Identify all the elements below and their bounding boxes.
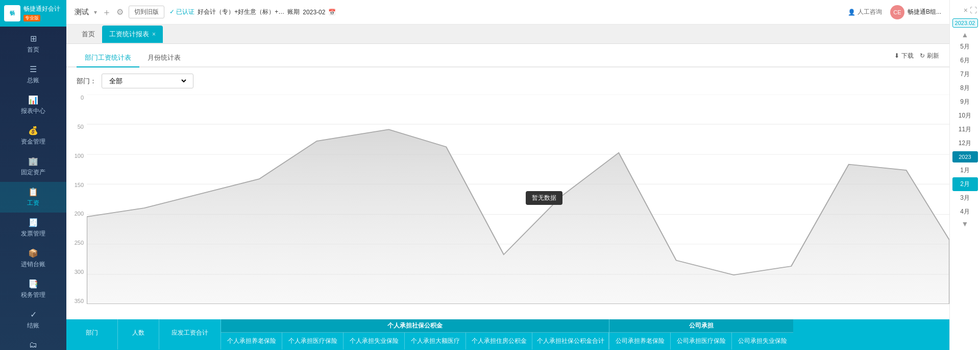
group-personal: 个人承担社保公积金 个人承担养老保险 个人承担医疗保险 个人承担失业保险 个人承…: [221, 319, 609, 349]
consult-button[interactable]: 👤 人工咨询: [848, 8, 882, 16]
calendar-icon[interactable]: 📅: [328, 9, 336, 16]
consult-icon: 👤: [848, 9, 855, 16]
sidebar-item-settle[interactable]: ✓ 结账: [0, 305, 66, 335]
sidebar-item-reports[interactable]: 📊 报表中心: [0, 90, 66, 121]
funds-icon: 💰: [28, 126, 38, 135]
reports-icon: 📊: [28, 95, 38, 105]
sidebar-label-tax: 税务管理: [21, 291, 45, 299]
col-count-label: 人数: [118, 319, 159, 346]
y-axis-labels: 350 300 250 200 150 100 50 0: [66, 95, 87, 304]
tab-salary-report[interactable]: 工资统计报表 ×: [102, 26, 163, 43]
group-company: 公司承担 公司承担养老保险 公司承担医疗保险 公司承担失业保险: [609, 319, 793, 349]
gear-icon[interactable]: ⚙: [116, 7, 124, 17]
month-8[interactable]: 8月: [952, 81, 978, 95]
month-6[interactable]: 6月: [952, 54, 978, 67]
dept-select[interactable]: 全部 财务部 销售部 人事部 技术部: [107, 77, 188, 85]
sidebar-label-settle: 结账: [27, 321, 39, 330]
col-personal-unemploy: 个人承担失业保险: [344, 333, 405, 349]
dept-select-wrapper: 全部 财务部 销售部 人事部 技术部: [102, 74, 193, 88]
topbar-right: 👤 人工咨询 CE 畅捷通B组...: [848, 5, 941, 19]
filter-dept-label: 部门：: [77, 77, 96, 86]
chevron-down-icon[interactable]: ▾: [94, 9, 97, 16]
logo-badge: 专业版: [23, 15, 40, 21]
sidebar: 畅 畅捷通好会计 专业版 ⊞ 首页 ☰ 总账 📊 报表中心 💰 资金管理 🏢 固…: [0, 0, 66, 350]
logo-icon: 畅: [4, 5, 20, 21]
right-date-panel: × ⛶ 2023.02 ▲ 5月 6月 7月 8月 9月 10月 11月 12月…: [949, 0, 980, 350]
status-tags: 好会计（专）+好生意（标）+…: [198, 8, 284, 16]
panel-controls: × ⛶: [950, 2, 980, 16]
main-area: 测试 ▾ ＋ ⚙ 切到旧版 ✓ 已认证 好会计（专）+好生意（标）+… 账期 2…: [66, 0, 949, 350]
sidebar-item-archive[interactable]: 🗂 归档管理: [0, 335, 66, 350]
month-3[interactable]: 3月: [952, 191, 978, 205]
refresh-icon: ↻: [920, 52, 925, 59]
col-company-pension: 公司承担养老保险: [609, 333, 671, 349]
col-personal-major-medical: 个人承担大额医疗: [405, 333, 466, 349]
add-tab-button[interactable]: ＋: [102, 6, 111, 18]
col-dept-label: 部门: [66, 319, 117, 346]
expand-panel-button[interactable]: ⛶: [970, 6, 977, 14]
content-area: 首页 工资统计报表 × 部门工资统计表 月份统计表 ⬇ 下载: [66, 25, 949, 350]
tab-close-button[interactable]: ×: [152, 31, 156, 38]
sub-tabs-actions: ⬇ 下载 ↻ 刷新: [894, 52, 939, 64]
col-count: 人数: [118, 319, 159, 349]
invoice-icon: 🧾: [28, 218, 38, 227]
month-12[interactable]: 12月: [952, 136, 978, 150]
assets-icon: 🏢: [28, 156, 38, 166]
sidebar-item-invoice[interactable]: 🧾 发票管理: [0, 213, 66, 243]
sidebar-label-funds: 资金管理: [21, 137, 45, 146]
group-personal-cols: 个人承担养老保险 个人承担医疗保险 个人承担失业保险 个人承担大额医疗 个人承担…: [221, 333, 609, 349]
logo-name: 畅捷通好会计: [23, 5, 60, 13]
month-1[interactable]: 1月: [952, 164, 978, 177]
sidebar-label-ledger: 总账: [27, 76, 39, 85]
topbar-title: 测试: [75, 8, 89, 17]
col-personal-total: 个人承担社保公积金合计: [532, 333, 609, 349]
month-2-active[interactable]: 2月: [952, 177, 978, 191]
sidebar-label-assets: 固定资产: [21, 168, 45, 177]
sidebar-nav: ⊞ 首页 ☰ 总账 📊 报表中心 💰 资金管理 🏢 固定资产 📋 工资 🧾 发票…: [0, 27, 66, 350]
filter-row: 部门： 全部 财务部 销售部 人事部 技术部: [66, 67, 949, 95]
topbar-status: ✓ 已认证 好会计（专）+好生意（标）+… 账期 2023-02 📅: [169, 8, 336, 16]
tab-home[interactable]: 首页: [75, 26, 102, 43]
sidebar-label-salary: 工资: [27, 199, 39, 207]
sidebar-item-assets[interactable]: 🏢 固定资产: [0, 151, 66, 182]
chart-svg-container: 暂无数据: [87, 95, 949, 304]
next-period-button[interactable]: ▼: [961, 219, 970, 229]
sidebar-label-purchase: 进销台账: [21, 260, 45, 269]
switch-old-button[interactable]: 切到旧版: [129, 6, 164, 18]
sidebar-item-ledger[interactable]: ☰ 总账: [0, 59, 66, 90]
prev-period-button[interactable]: ▲: [961, 30, 970, 40]
close-panel-button[interactable]: ×: [964, 6, 968, 14]
refresh-button[interactable]: ↻ 刷新: [920, 52, 939, 60]
sidebar-item-tax[interactable]: 📑 税务管理: [0, 274, 66, 305]
download-icon: ⬇: [894, 52, 899, 59]
sidebar-item-funds[interactable]: 💰 资金管理: [0, 121, 66, 151]
table-footer: 部门 人数 应发工资合计 个人承担社保公积金 个人承担养老保险 个人承担医疗保险: [66, 319, 949, 350]
home-icon: ⊞: [30, 34, 37, 43]
chart-area: 350 300 250 200 150 100 50 0: [66, 95, 949, 319]
sub-tab-dept[interactable]: 部门工资统计表: [77, 49, 139, 67]
period-value: 2023-02: [303, 9, 325, 16]
sidebar-item-purchase[interactable]: 📦 进销台账: [0, 243, 66, 274]
month-4[interactable]: 4月: [952, 205, 978, 219]
archive-icon: 🗂: [29, 340, 37, 349]
sub-tab-month[interactable]: 月份统计表: [139, 49, 189, 67]
col-dept: 部门: [66, 319, 118, 349]
group-personal-header: 个人承担社保公积金: [221, 319, 609, 333]
sidebar-item-salary[interactable]: 📋 工资: [0, 182, 66, 213]
user-menu[interactable]: CE 畅捷通B组...: [890, 5, 941, 19]
period-label: 账期: [287, 8, 300, 16]
sidebar-item-home[interactable]: ⊞ 首页: [0, 29, 66, 59]
download-button[interactable]: ⬇ 下载: [894, 52, 914, 60]
month-10[interactable]: 10月: [952, 109, 978, 123]
sidebar-label-reports: 报表中心: [21, 107, 45, 115]
purchase-icon: 📦: [28, 248, 38, 258]
area-chart: [87, 95, 949, 304]
month-11[interactable]: 11月: [952, 123, 978, 136]
month-5[interactable]: 5月: [952, 40, 978, 54]
date-panel: 2023.02 ▲ 5月 6月 7月 8月 9月 10月 11月 12月 202…: [950, 16, 980, 229]
col-company-medical: 公司承担医疗保险: [671, 333, 732, 349]
month-7[interactable]: 7月: [952, 67, 978, 81]
col-wage-total: 应发工资合计: [159, 319, 221, 349]
month-9[interactable]: 9月: [952, 95, 978, 109]
salary-icon: 📋: [28, 187, 38, 197]
